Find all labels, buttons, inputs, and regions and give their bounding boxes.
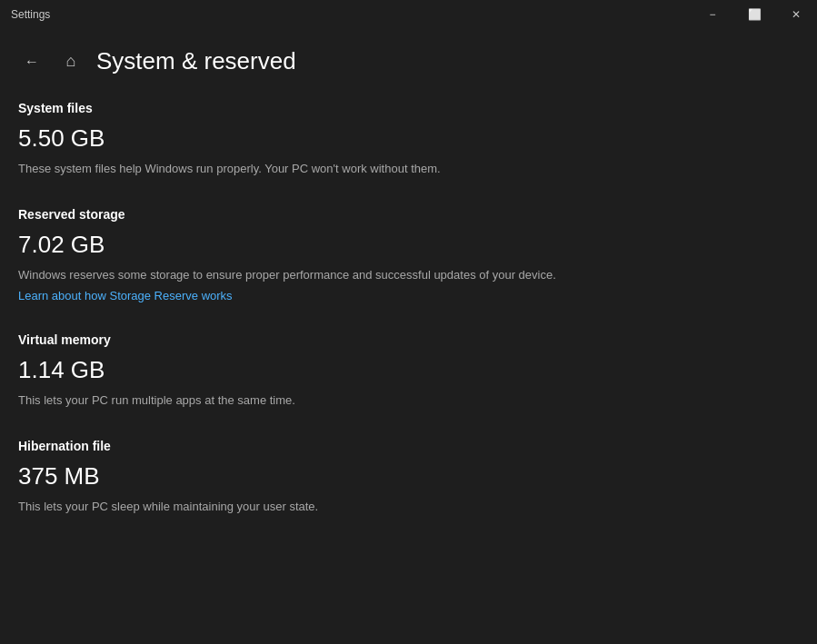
page-header: ← ⌂ System & reserved [18, 47, 799, 75]
titlebar-controls: − ⬜ ✕ [692, 0, 817, 29]
reserved-storage-title: Reserved storage [18, 207, 799, 222]
hibernation-file-title: Hibernation file [18, 439, 799, 453]
virtual-memory-section: Virtual memory 1.14 GB This lets your PC… [18, 332, 799, 410]
titlebar-left: Settings [11, 8, 50, 21]
hibernation-file-size: 375 MB [18, 462, 799, 490]
system-files-title: System files [18, 101, 799, 115]
reserved-storage-description: Windows reserves some storage to ensure … [18, 266, 636, 284]
home-icon-wrapper: ⌂ [58, 49, 84, 74]
virtual-memory-title: Virtual memory [18, 332, 799, 347]
minimize-button[interactable]: − [692, 0, 733, 29]
main-content: ← ⌂ System & reserved System files 5.50 … [0, 29, 817, 562]
close-button[interactable]: ✕ [775, 0, 817, 29]
system-files-size: 5.50 GB [18, 124, 799, 153]
page-title: System & reserved [96, 47, 296, 75]
titlebar-title: Settings [11, 8, 50, 21]
hibernation-file-description: This lets your PC sleep while maintainin… [18, 498, 636, 516]
back-icon: ← [25, 54, 39, 70]
home-icon: ⌂ [66, 52, 76, 71]
reserved-storage-section: Reserved storage 7.02 GB Windows reserve… [18, 207, 799, 304]
maximize-button[interactable]: ⬜ [733, 0, 775, 29]
system-files-description: These system files help Windows run prop… [18, 160, 636, 178]
titlebar: Settings − ⬜ ✕ [0, 0, 817, 29]
reserved-storage-link[interactable]: Learn about how Storage Reserve works [18, 289, 233, 302]
virtual-memory-size: 1.14 GB [18, 356, 799, 384]
system-files-section: System files 5.50 GB These system files … [18, 101, 799, 178]
reserved-storage-size: 7.02 GB [18, 231, 799, 259]
virtual-memory-description: This lets your PC run multiple apps at t… [18, 391, 636, 410]
hibernation-file-section: Hibernation file 375 MB This lets your P… [18, 439, 799, 516]
back-button[interactable]: ← [18, 48, 45, 75]
